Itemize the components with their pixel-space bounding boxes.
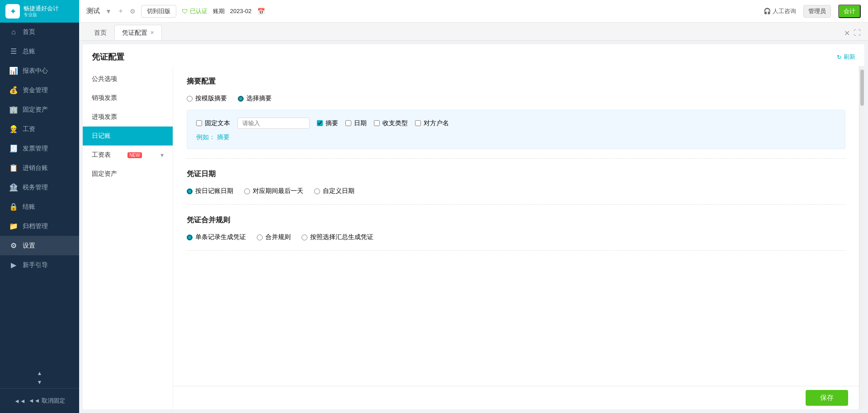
checkbox-pay-type-input[interactable] (374, 120, 380, 126)
radio-last-day[interactable]: 对应期间最后一天 (244, 187, 303, 195)
new-badge: NEW (127, 152, 142, 158)
sidebar-item-home[interactable]: ⌂ 首页 (0, 23, 79, 42)
radio-custom-date-input[interactable] (314, 188, 320, 194)
nav-item-sales[interactable]: 销项发票 (83, 89, 173, 108)
checkbox-counterpart-input[interactable] (415, 120, 421, 126)
tab-home-label: 首页 (94, 29, 107, 37)
radio-journal-date-label: 按日记账日期 (195, 187, 233, 195)
example-text: 例如： 摘要 (196, 133, 836, 141)
radio-template-label: 按模版摘要 (195, 94, 227, 103)
right-scrollbar[interactable] (859, 66, 864, 409)
radio-select-merge[interactable]: 按照选择汇总生成凭证 (302, 233, 373, 241)
sidebar-item-trade[interactable]: 📋 进销台账 (0, 158, 79, 178)
nav-item-public[interactable]: 公共选项 (83, 70, 173, 89)
radio-select-merge-input[interactable] (302, 235, 307, 240)
checkbox-fixed-text-input[interactable] (196, 120, 202, 126)
radio-template-input[interactable] (187, 96, 193, 102)
fixed-text-input[interactable] (237, 117, 310, 129)
radio-custom-date-label: 自定义日期 (323, 187, 354, 195)
sidebar-item-settings[interactable]: ⚙ 设置 (0, 236, 79, 255)
payroll-expand-icon[interactable]: ▾ (160, 151, 164, 159)
sidebar-item-label: 结账 (23, 203, 35, 211)
refresh-button[interactable]: ↻ 刷新 (837, 53, 855, 61)
checkbox-date-input[interactable] (345, 120, 351, 126)
nav-item-payroll-table[interactable]: 工资表 NEW ▾ (83, 145, 173, 164)
page-header: 凭证配置 ↻ 刷新 (83, 44, 864, 66)
radio-merge-rule[interactable]: 合并规则 (257, 233, 291, 241)
calendar-icon[interactable]: 📅 (257, 8, 265, 15)
radio-select-input[interactable] (238, 96, 244, 102)
scroll-up-arrow[interactable]: ▲ (36, 369, 43, 377)
payroll-icon: 👷 (9, 125, 18, 133)
checkbox-date[interactable]: 日期 (345, 119, 367, 127)
nav-item-fixed-assets[interactable]: 固定资产 (83, 164, 173, 183)
tab-close-button[interactable]: ✕ (844, 29, 850, 38)
tab-voucher-config-close[interactable]: ✕ (150, 30, 154, 36)
sidebar-item-tax[interactable]: 🏦 税务管理 (0, 178, 79, 197)
checkbox-fixed-text[interactable]: 固定文本 (196, 119, 230, 127)
sidebar-item-payroll[interactable]: 👷 工资 (0, 119, 79, 139)
sidebar-item-label: 发票管理 (23, 145, 48, 153)
tab-home[interactable]: 首页 (86, 25, 114, 40)
sidebar-item-invoice[interactable]: 🧾 发票管理 (0, 139, 79, 158)
guide-icon: ▶ (9, 261, 18, 269)
sidebar-item-funds[interactable]: 💰 资金管理 (0, 80, 79, 100)
sidebar-scroll-arrows: ▲ ▼ (0, 367, 79, 388)
radio-select-merge-label: 按照选择汇总生成凭证 (310, 233, 373, 241)
checkbox-counterpart[interactable]: 对方户名 (415, 119, 449, 127)
cancel-fixed-button[interactable]: ◄◄ ◄◄ 取消固定 (0, 393, 79, 408)
checkbox-pay-type[interactable]: 收支类型 (374, 119, 408, 127)
manager-button[interactable]: 管理员 (803, 5, 831, 18)
tab-fullscreen-button[interactable]: ⛶ (854, 29, 861, 38)
certified-label: 已认证 (190, 7, 208, 15)
topbar-add-button[interactable]: ＋ (117, 6, 124, 16)
switch-version-button[interactable]: 切到旧版 (141, 5, 176, 18)
radio-merge-rule-input[interactable] (257, 235, 263, 240)
sidebar-bottom: ◄◄ ◄◄ 取消固定 (0, 388, 79, 413)
sidebar-item-guide[interactable]: ▶ 新手引导 (0, 255, 79, 275)
refresh-icon: ↻ (837, 54, 842, 61)
radio-journal-date-input[interactable] (187, 188, 193, 194)
radio-template[interactable]: 按模版摘要 (187, 94, 227, 103)
sidebar-item-label: 税务管理 (23, 183, 48, 192)
summary-options-box: 固定文本 摘要 日期 (187, 110, 845, 149)
radio-single-input[interactable] (187, 235, 193, 240)
radio-journal-date[interactable]: 按日记账日期 (187, 187, 233, 195)
topbar-project: 测试 (86, 7, 100, 15)
scrollbar-thumb[interactable] (860, 70, 864, 106)
summary-radio-group: 按模版摘要 选择摘要 (187, 94, 845, 103)
radio-select-label: 选择摘要 (246, 94, 272, 103)
date-section-title: 凭证日期 (187, 169, 845, 179)
checkbox-summary-label: 摘要 (326, 119, 338, 127)
topbar-period-value: 2023-02 (230, 8, 252, 14)
checkbox-counterpart-label: 对方户名 (424, 119, 449, 127)
certified-icon: 🛡 (182, 8, 188, 15)
radio-custom-date[interactable]: 自定义日期 (314, 187, 354, 195)
nav-item-purchase[interactable]: 进项发票 (83, 108, 173, 127)
sidebar-item-fixed[interactable]: 🏢 固定资产 (0, 100, 79, 119)
content-area: 凭证配置 ↻ 刷新 公共选项 销项发票 进项发票 (79, 41, 868, 413)
sidebar-item-close[interactable]: 🔒 结账 (0, 197, 79, 216)
sidebar-item-ledger[interactable]: ☰ 总账 (0, 42, 79, 61)
funds-icon: 💰 (9, 86, 18, 94)
logo-icon: ✦ (5, 4, 20, 19)
topbar-dropdown-arrow[interactable]: ▼ (105, 8, 112, 15)
checkbox-summary-input[interactable] (317, 120, 323, 126)
topbar-settings-icon[interactable]: ⚙ (130, 8, 136, 15)
save-bar: 保存 (173, 386, 859, 409)
radio-last-day-input[interactable] (244, 188, 250, 194)
checkbox-summary[interactable]: 摘要 (317, 119, 338, 127)
nav-item-journal[interactable]: 日记账 (83, 127, 173, 145)
save-button[interactable]: 保存 (806, 390, 848, 406)
radio-select[interactable]: 选择摘要 (238, 94, 272, 103)
consult-button[interactable]: 🎧 人工咨询 (764, 7, 796, 15)
home-icon: ⌂ (9, 28, 18, 36)
sidebar-item-archive[interactable]: 📁 归档管理 (0, 216, 79, 236)
tab-voucher-config[interactable]: 凭证配置 ✕ (114, 25, 162, 40)
settings-icon: ⚙ (9, 241, 18, 250)
radio-single[interactable]: 单条记录生成凭证 (187, 233, 246, 241)
scroll-down-arrow[interactable]: ▼ (36, 378, 43, 386)
accountant-button[interactable]: 会计 (838, 5, 861, 18)
refresh-label: 刷新 (844, 53, 855, 61)
sidebar-item-reports[interactable]: 📊 报表中心 (0, 61, 79, 80)
